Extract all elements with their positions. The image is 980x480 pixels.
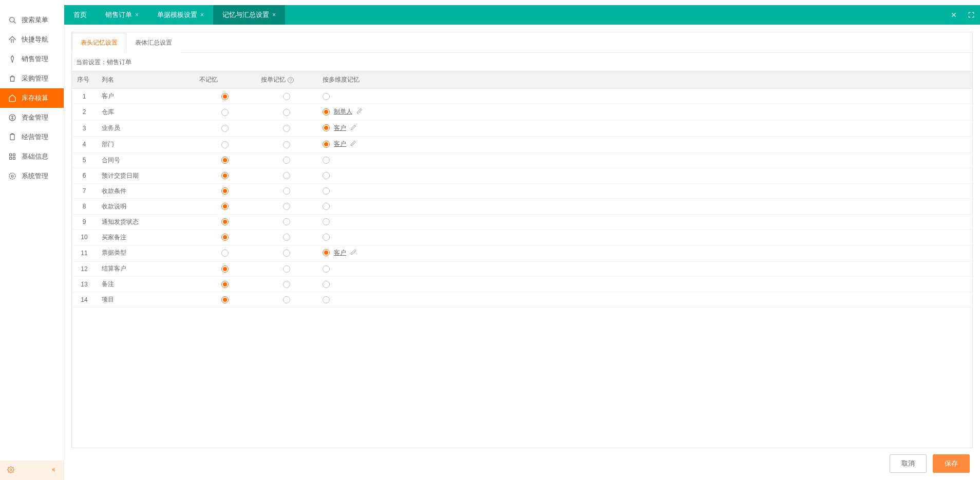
close-all-tabs-icon[interactable]: [945, 5, 963, 25]
cell-name: 合同号: [97, 152, 194, 168]
radio-option[interactable]: [283, 265, 290, 273]
radio-option[interactable]: [323, 157, 330, 164]
radio-option[interactable]: [283, 109, 290, 116]
cell-name: 部门: [97, 137, 194, 153]
cell-name: 买家备注: [97, 229, 194, 245]
radio-option[interactable]: [221, 218, 229, 225]
edit-icon[interactable]: [350, 140, 356, 148]
radio-option[interactable]: [221, 109, 229, 116]
sidebar-item-label: 销售管理: [22, 54, 48, 64]
cell-name: 预计交货日期: [97, 168, 194, 183]
radio-option[interactable]: [283, 203, 290, 210]
radio-option[interactable]: [323, 172, 330, 179]
house-icon: [8, 94, 16, 102]
radio-option[interactable]: [323, 141, 330, 148]
cell-name: 票据类型: [97, 245, 194, 261]
svg-point-0: [10, 17, 14, 22]
cell-seq: 12: [72, 261, 97, 277]
cancel-button[interactable]: 取消: [890, 454, 927, 473]
save-button[interactable]: 保存: [933, 454, 970, 473]
search-icon: [8, 16, 16, 24]
radio-option[interactable]: [323, 265, 330, 273]
radio-option[interactable]: [221, 172, 229, 179]
sidebar-item-0[interactable]: 搜索菜单: [0, 10, 64, 30]
radio-option[interactable]: [323, 296, 330, 303]
radio-option[interactable]: [221, 93, 229, 100]
radio-option[interactable]: [283, 157, 290, 164]
fullscreen-icon[interactable]: [963, 5, 980, 25]
diamond-icon: [8, 55, 16, 63]
help-icon[interactable]: ?: [288, 77, 294, 83]
tab-0[interactable]: 首页: [64, 5, 96, 25]
tab-close-icon[interactable]: ×: [272, 11, 276, 18]
radio-option[interactable]: [221, 265, 229, 273]
sidebar-item-label: 经营管理: [22, 132, 48, 142]
tab-3[interactable]: 记忆与汇总设置×: [213, 5, 285, 25]
tab-2[interactable]: 单据模板设置×: [148, 5, 213, 25]
radio-option[interactable]: [323, 249, 330, 256]
sidebar-item-4[interactable]: 库存核算: [0, 88, 64, 108]
inner-tab-1[interactable]: 表体汇总设置: [126, 33, 181, 53]
radio-option[interactable]: [221, 296, 229, 303]
sidebar-item-1[interactable]: 快捷导航: [0, 30, 64, 49]
radio-option[interactable]: [323, 124, 330, 131]
radio-option[interactable]: [323, 108, 330, 116]
tab-close-icon[interactable]: ×: [135, 11, 139, 18]
radio-option[interactable]: [221, 203, 229, 210]
radio-option[interactable]: [283, 187, 290, 195]
clipboard-icon: [8, 133, 16, 141]
radio-option[interactable]: [283, 172, 290, 179]
radio-option[interactable]: [221, 125, 229, 132]
radio-option[interactable]: [323, 234, 330, 241]
edit-icon[interactable]: [356, 108, 363, 116]
radio-option[interactable]: [221, 157, 229, 164]
radio-option[interactable]: [323, 281, 330, 288]
sidebar-item-2[interactable]: 销售管理: [0, 49, 64, 69]
sidebar-item-7[interactable]: 基础信息: [0, 147, 64, 166]
radio-option[interactable]: [283, 93, 290, 100]
table-row: 3业务员客户: [72, 120, 972, 137]
sidebar-collapse-icon[interactable]: [49, 466, 56, 475]
settings-gear-icon[interactable]: [7, 466, 14, 475]
radio-option[interactable]: [323, 187, 330, 195]
sidebar-item-8[interactable]: 系统管理: [0, 166, 64, 186]
tab-label: 销售订单: [105, 10, 132, 20]
radio-option[interactable]: [283, 141, 290, 148]
dimension-link[interactable]: 客户: [334, 140, 346, 148]
radio-option[interactable]: [283, 234, 290, 241]
cell-bybill: [256, 137, 317, 153]
cell-multidim: [317, 183, 972, 199]
cell-seq: 14: [72, 292, 97, 308]
dimension-link[interactable]: 客户: [334, 248, 346, 257]
radio-option[interactable]: [323, 93, 330, 100]
edit-icon[interactable]: [350, 124, 356, 132]
tab-1[interactable]: 销售订单×: [96, 5, 148, 25]
edit-icon[interactable]: [350, 249, 356, 257]
coin-icon: [8, 113, 16, 122]
radio-option[interactable]: [221, 141, 229, 148]
radio-option[interactable]: [323, 203, 330, 210]
radio-option[interactable]: [283, 218, 290, 225]
radio-option[interactable]: [221, 249, 229, 257]
radio-option[interactable]: [221, 281, 229, 288]
cell-none: [194, 137, 256, 153]
radio-option[interactable]: [221, 187, 229, 195]
radio-option[interactable]: [283, 281, 290, 288]
sidebar-item-5[interactable]: 资金管理: [0, 108, 64, 127]
radio-option[interactable]: [283, 125, 290, 132]
radio-option[interactable]: [283, 249, 290, 257]
cell-multidim: [317, 261, 972, 277]
svg-rect-11: [54, 468, 54, 471]
tab-close-icon[interactable]: ×: [200, 11, 204, 18]
radio-option[interactable]: [283, 296, 290, 303]
dimension-link[interactable]: 客户: [334, 124, 346, 132]
dimension-link[interactable]: 制单人: [334, 107, 352, 116]
sidebar-footer: [0, 460, 64, 480]
cell-multidim: [317, 229, 972, 245]
radio-option[interactable]: [221, 234, 229, 241]
sidebar-item-label: 库存核算: [22, 93, 48, 103]
inner-tab-0[interactable]: 表头记忆设置: [72, 33, 126, 53]
sidebar-item-6[interactable]: 经营管理: [0, 127, 64, 147]
radio-option[interactable]: [323, 218, 330, 225]
sidebar-item-3[interactable]: 采购管理: [0, 69, 64, 88]
